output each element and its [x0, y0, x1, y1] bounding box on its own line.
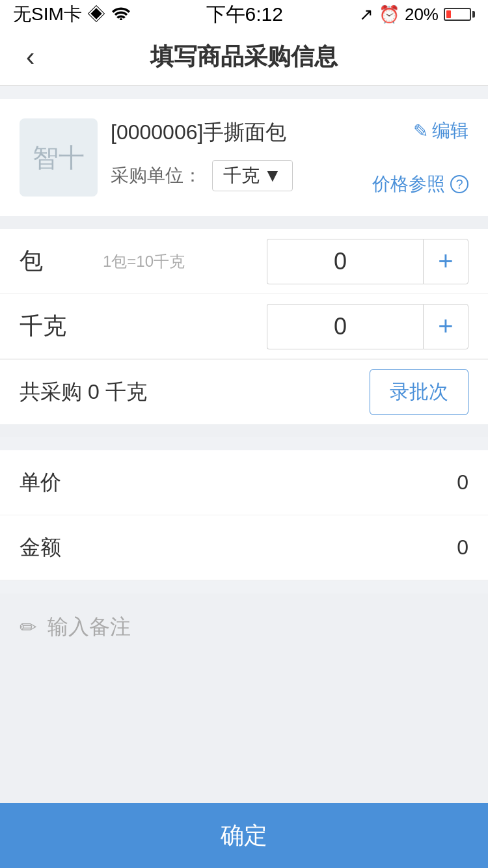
bao-sublabel: 1包=10千克 — [103, 251, 185, 272]
edit-icon: ✎ — [413, 120, 428, 142]
notes-section[interactable]: ✏ 输入备注 — [0, 593, 488, 661]
dropdown-arrow-icon: ▼ — [264, 165, 282, 186]
nav-bar: ‹ 填写商品采购信息 — [0, 29, 488, 86]
notes-placeholder: 输入备注 — [47, 613, 131, 642]
kg-label: 千克 — [20, 310, 98, 342]
product-card: 智十 [0000006]手撕面包 采购单位： 千克 ▼ ✎ 编辑 价格参照 ? — [0, 99, 488, 216]
purchase-unit-label: 采购单位： — [111, 163, 202, 188]
product-logo: 智十 — [33, 140, 85, 176]
kg-row: 千克 + — [0, 294, 488, 359]
pencil-icon: ✏ — [20, 615, 37, 640]
battery-icon — [444, 8, 475, 21]
page-title: 填写商品采购信息 — [150, 41, 338, 73]
status-left: 无SIM卡 ◈ — [13, 2, 130, 27]
unit-price-value: 0 — [457, 470, 468, 495]
wifi-icon — [112, 4, 130, 25]
price-section: 单价 0 金额 0 — [0, 450, 488, 580]
location-icon: ↗ — [359, 5, 373, 25]
amount-row: 金额 0 — [0, 515, 488, 580]
summary-text: 共采购 0 千克 — [20, 378, 147, 407]
amount-label: 金额 — [20, 534, 61, 562]
summary-row: 共采购 0 千克 录批次 — [0, 359, 488, 424]
unit-price-row: 单价 0 — [0, 450, 488, 515]
bao-input-wrapper: + — [185, 239, 468, 284]
separator-1 — [0, 216, 488, 229]
main-content: 智十 [0000006]手撕面包 采购单位： 千克 ▼ ✎ 编辑 价格参照 ? … — [0, 99, 488, 868]
kg-input-wrapper: + — [98, 304, 468, 349]
product-image: 智十 — [20, 118, 98, 197]
confirm-button[interactable]: 确定 — [0, 803, 488, 868]
price-ref-info-icon: ? — [450, 175, 468, 193]
batch-button[interactable]: 录批次 — [370, 369, 468, 415]
status-bar: 无SIM卡 ◈ 下午6:12 ↗ ⏰ 20% — [0, 0, 488, 29]
unit-price-label: 单价 — [20, 468, 61, 497]
separator-2 — [0, 424, 488, 437]
battery-percentage: 20% — [405, 5, 439, 25]
kg-plus-button[interactable]: + — [423, 304, 468, 349]
bao-row: 包 1包=10千克 + — [0, 229, 488, 294]
edit-button[interactable]: ✎ 编辑 — [413, 118, 468, 143]
price-ref-label: 价格参照 — [372, 172, 445, 197]
bao-plus-button[interactable]: + — [423, 239, 468, 284]
kg-input[interactable] — [267, 304, 423, 349]
edit-label: 编辑 — [432, 118, 468, 143]
unit-dropdown[interactable]: 千克 ▼ — [212, 160, 293, 191]
status-right: ↗ ⏰ 20% — [359, 5, 475, 25]
sim-status: 无SIM卡 ◈ — [13, 2, 105, 27]
status-time: 下午6:12 — [206, 1, 283, 28]
input-section: 包 1包=10千克 + 千克 + 共采购 0 千克 录批次 — [0, 229, 488, 424]
back-button[interactable]: ‹ — [20, 36, 41, 78]
bao-input[interactable] — [267, 239, 423, 284]
svg-point-0 — [120, 18, 122, 20]
price-ref-button[interactable]: 价格参照 ? — [372, 172, 468, 197]
amount-value: 0 — [457, 536, 468, 560]
bao-label: 包 — [20, 245, 98, 277]
unit-value: 千克 — [223, 163, 260, 188]
alarm-icon: ⏰ — [379, 5, 400, 25]
